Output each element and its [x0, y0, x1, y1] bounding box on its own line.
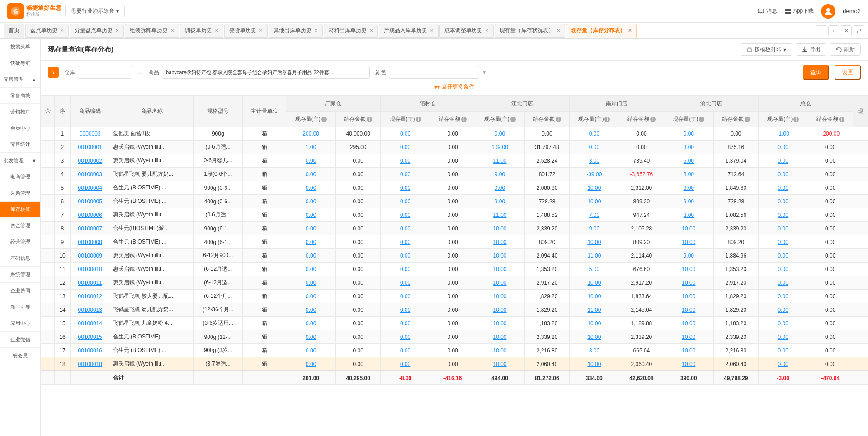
sidebar-item-wholesale[interactable]: 批发管理 ▼	[0, 153, 40, 169]
info-icon-1[interactable]: i	[321, 117, 327, 122]
sidebar-item-appcenter[interactable]: 应用中心	[0, 315, 40, 332]
tab-expand-btn[interactable]: ⇄	[854, 25, 864, 36]
tab-2[interactable]: 分量盘点单历史 ✕	[70, 24, 124, 38]
sidebar-item-system[interactable]: 系统管理	[0, 267, 40, 283]
tab-8[interactable]: 产成品入库单历史 ✕	[379, 24, 439, 38]
info-icon-9[interactable]: i	[699, 117, 704, 122]
sidebar-item-enterprise[interactable]: 企业协同	[0, 283, 40, 299]
sidebar-item-wechat[interactable]: 企业微信	[0, 332, 40, 348]
th-nam-amount: 结存金额i	[619, 112, 664, 127]
td-settings	[41, 344, 55, 357]
sidebar-item-nav[interactable]: 快捷导航	[0, 55, 40, 71]
tab-close-7[interactable]: ✕	[369, 28, 373, 33]
filter-arrow-btn[interactable]: ›	[48, 67, 59, 78]
info-icon-12[interactable]: i	[839, 117, 844, 122]
td-jbm-s: 10.00	[475, 290, 525, 303]
td-ybm-s: 9.00	[664, 195, 714, 208]
td-mcj-a: 0.00	[430, 357, 475, 371]
th-zc-stock: 现存量(主)i	[758, 112, 808, 127]
user-name[interactable]: demo2	[843, 8, 861, 14]
tab-7[interactable]: 材料出库单历史 ✕	[324, 24, 378, 38]
info-icon-6[interactable]: i	[556, 117, 561, 122]
warehouse-dots[interactable]: ...	[135, 69, 143, 75]
goods-input[interactable]	[162, 66, 370, 79]
tab-prev-btn[interactable]: ‹	[816, 25, 826, 36]
sidebar-item-purchase[interactable]: 采购管理	[0, 185, 40, 202]
sidebar-item-retail-mgmt[interactable]: 零售管理 ▲	[0, 71, 40, 88]
tab-close-9[interactable]: ✕	[485, 28, 489, 33]
tab-4[interactable]: 调拨单历史 ✕	[180, 24, 223, 38]
sidebar-item-basics[interactable]: 基础信息	[0, 250, 40, 267]
sidebar-item-finance[interactable]: 资金管理	[0, 218, 40, 234]
td-name: 惠氏启赋 (Wyeth illu...	[110, 357, 193, 371]
tab-close-active[interactable]: ✕	[628, 28, 632, 33]
info-icon-4[interactable]: i	[461, 117, 467, 122]
color-input[interactable]	[389, 66, 479, 79]
tab-close-all-btn[interactable]: ✕	[841, 25, 852, 36]
info-icon-8[interactable]: i	[650, 117, 656, 122]
tab-close-10[interactable]: ✕	[557, 28, 560, 33]
tab-3[interactable]: 组装拆卸单历史 ✕	[125, 24, 179, 38]
tab-1[interactable]: 盘点单历史 ✕	[25, 24, 69, 38]
tab-close-2[interactable]: ✕	[115, 28, 119, 33]
td-nam-s: 10.00	[570, 330, 619, 344]
td-chj-s: 0.00	[286, 317, 336, 330]
th-settings[interactable]	[41, 96, 55, 127]
sidebar-item-operation[interactable]: 经营管理	[0, 234, 40, 250]
tab-home[interactable]: 首页	[4, 24, 24, 38]
info-icon-5[interactable]: i	[510, 117, 516, 122]
tab-next-btn[interactable]: ›	[828, 25, 839, 36]
user-avatar[interactable]	[821, 4, 835, 19]
tab-close-5[interactable]: ✕	[259, 28, 263, 33]
settings-btn[interactable]: 设置	[835, 65, 861, 80]
td-spec: (3-6岁适用...	[193, 317, 242, 330]
td-mcj-s: 0.00	[381, 249, 430, 263]
svg-point-12	[47, 110, 49, 112]
sidebar-item-guide[interactable]: 新手引导	[0, 299, 40, 315]
td-nam-s: 10.00	[570, 276, 619, 290]
refresh-btn[interactable]: 刷新	[830, 43, 861, 56]
tab-close-6[interactable]: ✕	[314, 28, 318, 33]
sidebar-item-inventory[interactable]: 库存核算	[0, 202, 40, 218]
tab-6[interactable]: 其他出库单历史 ✕	[269, 24, 323, 38]
info-icon-10[interactable]: i	[745, 117, 750, 122]
sidebar-item-retail-store[interactable]: 零售商城	[0, 88, 40, 104]
sidebar-item-member2[interactable]: 畅会员	[0, 348, 40, 364]
app-download-btn[interactable]: App下载	[784, 7, 814, 15]
td-jbm-a: 809.20	[524, 235, 569, 249]
warehouse-input[interactable]	[78, 66, 132, 79]
table-container[interactable]: 序 商品编码 商品名称 规格型号 主计量单位 厂家仓 陌村仓 江北门店 南岸门店…	[41, 96, 868, 436]
message-btn[interactable]: 消息	[757, 7, 777, 15]
export-btn[interactable]: 导出	[796, 43, 826, 56]
td-chj-s: 0.00	[286, 263, 336, 276]
query-btn[interactable]: 查询	[803, 65, 829, 80]
tab-close-3[interactable]: ✕	[170, 28, 174, 33]
tab-close-4[interactable]: ✕	[215, 28, 218, 33]
td-ybm-a: 1,353.20	[713, 263, 758, 276]
tab-close-1[interactable]: ✕	[60, 28, 64, 33]
sidebar-item-ecommerce[interactable]: 电商管理	[0, 169, 40, 185]
tab-9[interactable]: 成本调整单历史 ✕	[439, 24, 494, 38]
td-ybm-s: 10.00	[664, 290, 714, 303]
tab-5[interactable]: 要货单历史 ✕	[224, 24, 268, 38]
sidebar-item-member[interactable]: 会员中心	[0, 120, 40, 136]
sidebar-item-search[interactable]: 搜索英单	[0, 39, 40, 55]
info-icon-11[interactable]: i	[793, 117, 799, 122]
td-unit: 箱	[242, 141, 286, 154]
sidebar-item-marketing[interactable]: 营销推广	[0, 104, 40, 120]
tab-close-8[interactable]: ✕	[430, 28, 434, 33]
td-zc-s: 0.00	[758, 357, 808, 371]
td-no: 10	[55, 249, 71, 263]
td-ybm-s: 10.00	[664, 357, 714, 371]
nav-selector[interactable]: 母婴行业演示陈套 ▾	[65, 5, 125, 17]
expand-conditions[interactable]: ▾▾ 展开更多条件	[48, 83, 861, 91]
info-icon-7[interactable]: i	[604, 117, 610, 122]
info-icon-3[interactable]: i	[416, 117, 421, 122]
tab-10[interactable]: 现存量（库存状况表） ✕	[495, 24, 565, 38]
td-chj-s: 0.00	[286, 181, 336, 195]
sidebar-item-retail-stats[interactable]: 零售统计	[0, 136, 40, 153]
info-icon-2[interactable]: i	[367, 117, 372, 122]
td-code: 00100004	[70, 181, 110, 195]
tab-active[interactable]: 现存量（库存分布表） ✕	[566, 24, 637, 38]
print-btn[interactable]: 按模板打印 ▾	[741, 43, 792, 56]
